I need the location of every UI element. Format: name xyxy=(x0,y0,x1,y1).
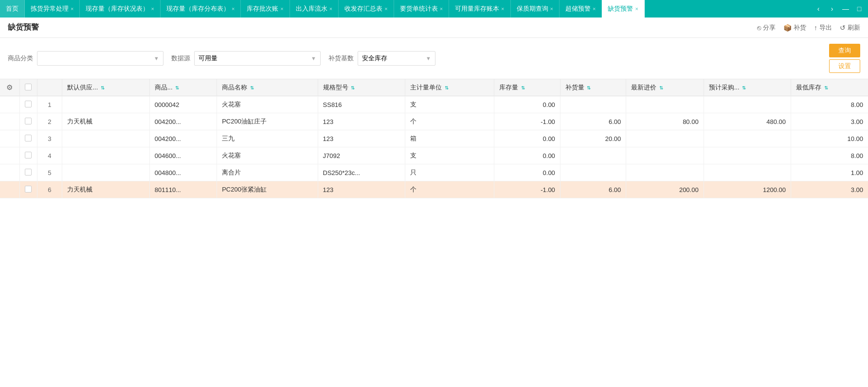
td-checkbox-0[interactable] xyxy=(19,96,37,113)
nav-tab-stock-dist[interactable]: 现存量（库存分布表） × xyxy=(161,0,241,18)
th-restock-qty[interactable]: 补货量 ⇅ xyxy=(560,79,626,96)
td-min-stock-4: 1.00 xyxy=(791,164,868,181)
td-stock-5: -1.00 xyxy=(494,181,560,198)
td-checkbox-1[interactable] xyxy=(19,113,37,130)
th-unit[interactable]: 主计量单位 ⇅ xyxy=(405,79,494,96)
td-supplier-3 xyxy=(62,147,149,164)
table-container: ⚙ 默认供应... ⇅ 商品... ⇅ 商品名称 xyxy=(0,79,868,198)
row-checkbox-5[interactable] xyxy=(25,186,32,193)
datasource-filter-label: 数据源 xyxy=(171,54,190,63)
row-checkbox-4[interactable] xyxy=(25,169,32,176)
th-unit-label: 主计量单位 xyxy=(410,84,442,91)
refresh-button[interactable]: ↺ 刷新 xyxy=(840,23,860,32)
nav-tab-batch[interactable]: 库存批次账 × xyxy=(241,0,289,18)
th-gear[interactable]: ⚙ xyxy=(0,79,19,96)
gear-settings-icon[interactable]: ⚙ xyxy=(5,83,15,92)
th-supplier[interactable]: 默认供应... ⇅ xyxy=(62,79,149,96)
nav-tab-overstock[interactable]: 超储预警 × xyxy=(560,0,602,18)
nav-tab-expiry[interactable]: 保质期查询 × xyxy=(511,0,560,18)
td-checkbox-5[interactable] xyxy=(19,181,37,198)
nav-tab-overstock-close[interactable]: × xyxy=(593,6,596,12)
row-checkbox-3[interactable] xyxy=(25,152,32,158)
th-code[interactable]: 商品... ⇅ xyxy=(149,79,217,96)
nav-tab-available-ledger[interactable]: 可用量库存账本 × xyxy=(449,0,510,18)
td-latest-price-1: 80.00 xyxy=(626,113,704,130)
th-name[interactable]: 商品名称 ⇅ xyxy=(217,79,318,96)
td-unit-0: 支 xyxy=(405,96,494,113)
export-icon: ↑ xyxy=(814,24,817,32)
td-restock-qty-0 xyxy=(560,96,626,113)
nav-tab-stock-dist-close[interactable]: × xyxy=(232,6,235,12)
nav-minimize-button[interactable]: — xyxy=(839,2,852,16)
th-stock[interactable]: 库存量 ⇅ xyxy=(494,79,560,96)
restock-base-filter-group: 补货基数 安全库存 ▼ xyxy=(328,51,435,66)
nav-tab-inout-flow-close[interactable]: × xyxy=(329,6,332,12)
restock-base-select[interactable]: 安全库存 ▼ xyxy=(358,51,435,66)
nav-tab-stock-status-close[interactable]: × xyxy=(151,6,154,12)
td-unit-3: 支 xyxy=(405,147,494,164)
settings-button[interactable]: 设置 xyxy=(829,59,860,73)
nav-tab-shortage-close[interactable]: × xyxy=(635,6,638,12)
nav-tab-order-stats-close[interactable]: × xyxy=(440,6,443,12)
th-code-label: 商品... xyxy=(155,84,173,91)
page-title: 缺货预警 xyxy=(8,22,757,33)
th-latest-price-label: 最新进价 xyxy=(631,84,656,91)
nav-tab-available-ledger-close[interactable]: × xyxy=(501,6,504,12)
nav-tab-shortage[interactable]: 缺货预警 × xyxy=(602,0,644,18)
nav-tab-home-label: 首页 xyxy=(6,4,18,13)
row-checkbox-1[interactable] xyxy=(25,118,32,124)
nav-tab-stock-status[interactable]: 现存量（库存状况表） × xyxy=(80,0,160,18)
td-checkbox-4[interactable] xyxy=(19,164,37,181)
nav-tab-exception-close[interactable]: × xyxy=(71,6,73,12)
nav-next-button[interactable]: › xyxy=(825,2,839,16)
page-content: 缺货预警 ⎋ 分享 📦 补货 ↑ 导出 ↺ 刷新 商品分类 xyxy=(0,18,868,387)
nav-tab-available-ledger-label: 可用量库存账本 xyxy=(455,4,499,13)
share-button[interactable]: ⎋ 分享 xyxy=(757,23,776,32)
td-latest-price-4 xyxy=(626,164,704,181)
nav-maximize-button[interactable]: □ xyxy=(852,2,866,16)
td-stock-2: 0.00 xyxy=(494,130,560,147)
restock-base-filter-label: 补货基数 xyxy=(328,54,354,63)
th-spec[interactable]: 规格型号 ⇅ xyxy=(318,79,405,96)
td-name-3: 火花塞 xyxy=(217,147,318,164)
td-gear-5 xyxy=(0,181,19,198)
nav-tab-expiry-close[interactable]: × xyxy=(550,6,553,12)
nav-tab-stock-status-label: 现存量（库存状况表） xyxy=(86,4,149,13)
data-table: ⚙ 默认供应... ⇅ 商品... ⇅ 商品名称 xyxy=(0,79,868,198)
category-select[interactable]: ▼ xyxy=(37,51,163,66)
th-est-purchase-label: 预计采购... xyxy=(709,84,740,91)
td-checkbox-3[interactable] xyxy=(19,147,37,164)
row-checkbox-2[interactable] xyxy=(25,135,32,141)
row-checkbox-0[interactable] xyxy=(25,101,32,107)
nav-tab-receive-summary[interactable]: 收发存汇总表 × xyxy=(339,0,394,18)
nav-tab-inout-flow[interactable]: 出入库流水 × xyxy=(290,0,339,18)
td-spec-1: 123 xyxy=(318,113,405,130)
td-checkbox-2[interactable] xyxy=(19,130,37,147)
th-min-stock[interactable]: 最低库存 ⇅ xyxy=(791,79,868,96)
td-unit-1: 个 xyxy=(405,113,494,130)
td-name-2: 三九 xyxy=(217,130,318,147)
nav-tab-order-stats[interactable]: 要货单统计表 × xyxy=(394,0,449,18)
table-row: 4 004600... 火花塞 J7092 支 0.00 8.00 xyxy=(0,147,868,164)
td-num-3: 4 xyxy=(37,147,62,164)
header-checkbox[interactable] xyxy=(25,84,32,90)
category-filter-group: 商品分类 ▼ xyxy=(8,51,163,66)
nav-prev-button[interactable]: ‹ xyxy=(812,2,825,16)
nav-tab-home[interactable]: 首页 xyxy=(0,0,25,18)
td-est-purchase-1: 480.00 xyxy=(704,113,791,130)
th-latest-price[interactable]: 最新进价 ⇅ xyxy=(626,79,704,96)
nav-tab-receive-summary-close[interactable]: × xyxy=(384,6,387,12)
table-row: 2 力天机械 004200... PC200油缸庄子 123 个 -1.00 6… xyxy=(0,113,868,130)
td-unit-2: 箱 xyxy=(405,130,494,147)
query-button[interactable]: 查询 xyxy=(829,44,860,57)
datasource-select[interactable]: 可用量 ▼ xyxy=(194,51,321,66)
th-checkbox[interactable] xyxy=(19,79,37,96)
nav-tab-stock-dist-label: 现存量（库存分布表） xyxy=(166,4,230,13)
export-button[interactable]: ↑ 导出 xyxy=(814,23,832,32)
th-est-purchase[interactable]: 预计采购... ⇅ xyxy=(704,79,791,96)
nav-tab-exception[interactable]: 拣货异常处理 × xyxy=(25,0,80,18)
filter-actions: 查询 设置 xyxy=(829,44,860,73)
restock-button[interactable]: 📦 补货 xyxy=(783,23,806,32)
th-spec-sort-icon: ⇅ xyxy=(351,85,355,90)
nav-tab-batch-close[interactable]: × xyxy=(280,6,283,12)
